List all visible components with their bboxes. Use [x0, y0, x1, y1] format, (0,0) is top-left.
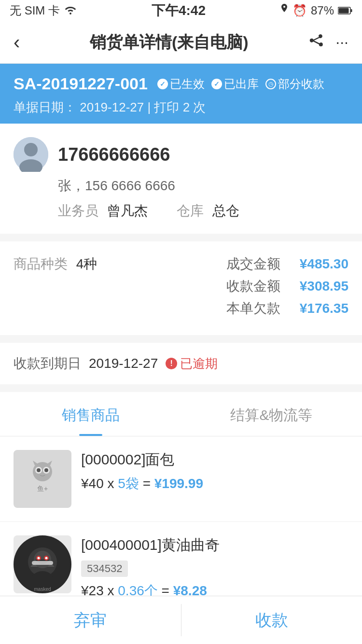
bottom-bar: 弃审 收款	[0, 596, 362, 644]
order-header-banner: SA-20191227-001 ✓ 已生效 ✓ 已出库 ◷ 部分收款 单据日期：…	[0, 64, 362, 124]
product-qty-1: 5袋	[118, 476, 139, 491]
product-total-1: ¥199.99	[154, 476, 203, 491]
back-button[interactable]: ‹	[14, 31, 20, 53]
owed-amount-value: ¥176.35	[300, 301, 348, 316]
status-bar: 无 SIM 卡 下午4:42 ⏰ 87%	[0, 0, 362, 21]
nav-bar: ‹ 销货单详情(来自电脑) ···	[0, 21, 362, 64]
deal-amount-row: 成交金额 ¥485.30	[226, 255, 348, 273]
svg-point-11	[44, 468, 48, 472]
status-left: 无 SIM 卡	[10, 3, 77, 18]
tab-settlement[interactable]: 结算&物流等	[181, 392, 362, 436]
order-date-line: 单据日期： 2019-12-27 | 打印 2 次	[14, 99, 348, 116]
product-price-1: ¥40 x 5袋 = ¥199.99	[81, 475, 348, 493]
tab-sales-products[interactable]: 销售商品	[0, 392, 181, 436]
product-types: 商品种类 4种	[14, 255, 97, 273]
svg-text:鱼+: 鱼+	[37, 485, 48, 492]
svg-rect-2	[338, 8, 348, 14]
product-name-2: [000400001]黄油曲奇	[81, 535, 348, 555]
customer-meta: 业务员 曾凡杰 仓库 总仓	[58, 202, 348, 220]
more-button[interactable]: ···	[335, 33, 348, 51]
customer-row: 17666666666	[14, 137, 348, 172]
svg-text:masked: masked	[34, 587, 51, 592]
received-amount-value: ¥308.95	[300, 279, 348, 294]
svg-point-21	[32, 571, 53, 587]
wifi-icon	[64, 4, 77, 17]
products-section: 鱼+ [0000002]面包 ¥40 x 5袋 = ¥199.99	[0, 436, 362, 614]
product-badge-2: 534532	[81, 560, 128, 577]
svg-point-18	[38, 557, 40, 560]
order-id: SA-20191227-001	[14, 74, 148, 93]
sim-status: 无 SIM 卡	[10, 3, 60, 18]
received-amount-row: 收款金额 ¥308.95	[226, 277, 348, 295]
product-item-1: 鱼+ [0000002]面包 ¥40 x 5袋 = ¥199.99	[0, 436, 362, 522]
customer-section: 17666666666 张，156 6666 6666 业务员 曾凡杰 仓库 总…	[0, 124, 362, 234]
overdue-icon: !	[166, 358, 177, 369]
collect-button[interactable]: 收款	[181, 596, 362, 644]
product-image-1: 鱼+	[14, 450, 71, 508]
svg-rect-1	[350, 9, 352, 12]
time-display: 下午4:42	[152, 1, 206, 20]
status-tags: ✓ 已生效 ✓ 已出库 ◷ 部分收款	[157, 76, 324, 92]
reject-button[interactable]: 弃审	[0, 596, 181, 644]
product-image-2: masked	[14, 535, 71, 593]
sales-person: 业务员 曾凡杰	[58, 202, 148, 220]
clock-icon: ◷	[265, 79, 276, 89]
overdue-badge: ! 已逾期	[166, 355, 218, 372]
product-info-2: [000400001]黄油曲奇 534532 ¥23 x 0.36个 = ¥8.…	[81, 535, 348, 600]
summary-section: 商品种类 4种 成交金额 ¥485.30 收款金额 ¥308.95 本单欠款 ¥…	[0, 241, 362, 335]
status-delivered: ✓ 已出库	[211, 76, 259, 92]
alarm-icon: ⏰	[292, 4, 307, 17]
customer-phone: 17666666666	[58, 144, 170, 165]
svg-point-19	[45, 557, 48, 560]
status-partial-payment: ◷ 部分收款	[265, 76, 324, 92]
battery-text: 87%	[311, 4, 334, 17]
due-section: 收款到期日 2019-12-27 ! 已逾期	[0, 343, 362, 384]
svg-point-10	[37, 468, 41, 472]
location-icon	[280, 4, 289, 17]
check-icon-2: ✓	[211, 79, 222, 89]
share-button[interactable]	[308, 33, 324, 52]
summary-right: 成交金额 ¥485.30 收款金额 ¥308.95 本单欠款 ¥176.35	[226, 255, 348, 322]
warehouse: 仓库 总仓	[177, 202, 239, 220]
status-right: ⏰ 87%	[280, 4, 352, 17]
product-info-1: [0000002]面包 ¥40 x 5袋 = ¥199.99	[81, 450, 348, 493]
tabs-section: 销售商品 结算&物流等	[0, 392, 362, 436]
check-icon-1: ✓	[157, 79, 168, 89]
svg-point-4	[24, 143, 38, 156]
deal-amount-value: ¥485.30	[300, 256, 348, 272]
page-title: 销货单详情(来自电脑)	[29, 31, 308, 54]
summary-left: 商品种类 4种	[14, 255, 97, 276]
owed-amount-row: 本单欠款 ¥176.35	[226, 299, 348, 318]
avatar	[14, 137, 48, 172]
tabs-row: 销售商品 结算&物流等	[0, 392, 362, 436]
banner-top: SA-20191227-001 ✓ 已生效 ✓ 已出库 ◷ 部分收款	[14, 74, 348, 93]
nav-actions: ···	[308, 33, 348, 52]
battery-icon	[338, 4, 352, 17]
status-activated: ✓ 已生效	[157, 76, 205, 92]
customer-name-phone: 张，156 6666 6666	[58, 177, 348, 195]
product-name-1: [0000002]面包	[81, 450, 348, 470]
svg-rect-20	[32, 561, 53, 565]
